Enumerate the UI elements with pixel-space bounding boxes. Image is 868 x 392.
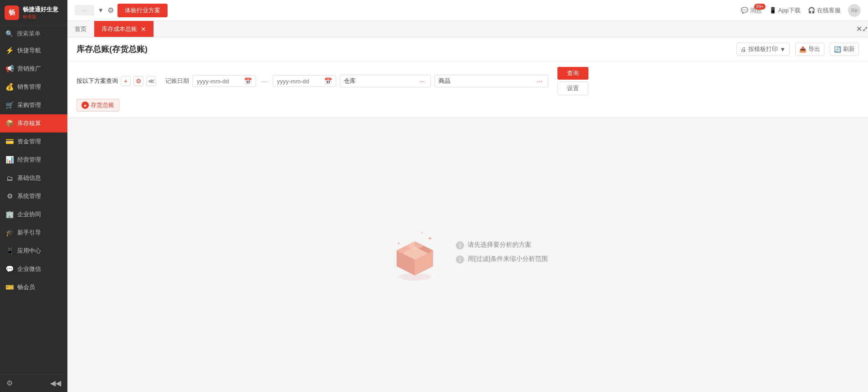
top-bar: ··· ▼ ⚙ 体验行业方案 💬 消息 99+ 📱 App下载 🎧 在线客服 R… (67, 0, 868, 21)
step2-text: 用[过滤]条件来缩小分析范围 (468, 255, 548, 263)
app-center-icon: 📱 (5, 247, 14, 255)
print-icon: 🖨 (740, 46, 746, 53)
refresh-btn[interactable]: 🔄 刷新 (830, 43, 859, 56)
top-bar-right: 💬 消息 99+ 📱 App下载 🎧 在线客服 Rit (741, 4, 861, 17)
sidebar-item-finance[interactable]: 💳 资金管理 (0, 132, 67, 151)
sidebar-collapse-icon[interactable]: ◀◀ (50, 379, 61, 387)
filter-scheme: 按以下方案查询 + ⚙ ≪ (77, 76, 156, 86)
sidebar-item-app-center[interactable]: 📱 应用中心 (0, 242, 67, 260)
online-support-action[interactable]: 🎧 在线客服 (808, 6, 841, 15)
main-area: ··· ▼ ⚙ 体验行业方案 💬 消息 99+ 📱 App下载 🎧 在线客服 R… (67, 0, 868, 392)
member-icon: 🎫 (5, 283, 14, 291)
date-to-input[interactable] (277, 78, 322, 85)
warehouse-select[interactable]: 仓库 ··· (340, 75, 431, 87)
sidebar-item-member[interactable]: 🎫 畅会员 (0, 278, 67, 296)
sidebar-item-purchase[interactable]: 🛒 采购管理 (0, 96, 67, 114)
print-dropdown-icon[interactable]: ▼ (780, 46, 786, 53)
scheme-label: 按以下方案查询 (77, 77, 118, 85)
system-icon: ⚙ (5, 192, 14, 200)
sidebar-item-sales[interactable]: 💰 销售管理 (0, 78, 67, 96)
query-btn[interactable]: 查询 (557, 67, 588, 80)
empty-step2: 2 用[过滤]条件来缩小分析范围 (456, 255, 548, 264)
warehouse-label: 仓库 (344, 77, 418, 85)
sidebar-nav: ⚡ 快捷导航 📢 营销推广 💰 销售管理 🛒 采购管理 📦 库存核算 💳 资金管… (0, 41, 67, 374)
page-title: 库存总账(存货总账) (77, 44, 148, 55)
dropdown-icon[interactable]: ▼ (98, 7, 104, 14)
sidebar-logo: 畅 畅捷通好生意 标准版 (0, 0, 67, 26)
tab-bar: 首页 库存成本总账 ✕ ✕ ⤢ (67, 21, 868, 37)
messages-action[interactable]: 💬 消息 99+ (741, 6, 762, 15)
finance-icon: 💳 (5, 137, 14, 146)
tab-inventory-ledger[interactable]: 库存成本总账 ✕ (94, 21, 154, 37)
basic-info-icon: 🗂 (5, 174, 14, 182)
warehouse-more-btn[interactable]: ··· (418, 77, 427, 85)
scheme-item[interactable]: ● 存货总账 (77, 99, 119, 112)
sidebar-item-basic-info[interactable]: 🗂 基础信息 (0, 169, 67, 187)
sidebar-item-operations[interactable]: 📊 经营管理 (0, 151, 67, 169)
step1-num: 1 (456, 241, 464, 249)
sidebar-item-wechat[interactable]: 💬 企业微信 (0, 260, 67, 278)
user-avatar[interactable]: Rit (848, 4, 861, 17)
export-btn[interactable]: 📤 导出 (795, 43, 824, 56)
date-separator: — (260, 78, 269, 85)
add-scheme-btn[interactable]: + (121, 76, 131, 86)
empty-state: ✦ ✦ ✦ 1 请先选择要分析的方案 2 用[过滤]条件来缩小分析范围 (388, 228, 548, 282)
product-more-btn[interactable]: ··· (535, 77, 544, 85)
search-icon: 🔍 (5, 30, 13, 37)
calendar-from-icon[interactable]: 📅 (244, 77, 252, 85)
newbie-icon: 🎓 (5, 229, 14, 237)
filter-inputs: 记账日期 📅 — 📅 仓库 ··· 商品 ··· (165, 67, 859, 95)
print-btn[interactable]: 🖨 按模板打印 ▼ (736, 43, 790, 56)
sidebar-footer: ⚙ ◀◀ (0, 374, 67, 392)
enterprise-icon: 🏢 (5, 210, 14, 219)
empty-step1: 1 请先选择要分析的方案 (456, 241, 548, 249)
tab-home[interactable]: 首页 (67, 21, 94, 37)
app-download-action[interactable]: 📱 App下载 (769, 6, 801, 15)
sidebar-settings-icon[interactable]: ⚙ (6, 379, 13, 387)
page-header-actions: 🖨 按模板打印 ▼ 📤 导出 🔄 刷新 (736, 43, 859, 56)
page-header: 库存总账(存货总账) 🖨 按模板打印 ▼ 📤 导出 🔄 刷新 (67, 37, 868, 61)
svg-text:✦: ✦ (397, 241, 400, 246)
sidebar-search[interactable]: 🔍 搜索菜单 (0, 26, 67, 41)
sidebar-item-inventory[interactable]: 📦 库存核算 (0, 114, 67, 132)
svg-text:✦: ✦ (420, 231, 424, 235)
date-label: 记账日期 (165, 77, 189, 85)
wechat-icon: 💬 (5, 265, 14, 273)
sidebar: 畅 畅捷通好生意 标准版 🔍 搜索菜单 ⚡ 快捷导航 📢 营销推广 💰 销售管理… (0, 0, 67, 392)
product-select[interactable]: 商品 ··· (434, 75, 548, 87)
breadcrumb: ··· (75, 5, 94, 15)
tab-close-icon[interactable]: ✕ (141, 25, 146, 33)
settings-scheme-btn[interactable]: ⚙ (133, 76, 143, 86)
support-icon: 🎧 (808, 7, 815, 14)
collapse-filter-btn[interactable]: ≪ (146, 76, 156, 86)
step2-num: 2 (456, 255, 464, 264)
product-label: 商品 (439, 77, 535, 85)
settings-filter-btn[interactable]: 设置 (557, 81, 588, 95)
empty-illustration: ✦ ✦ ✦ (388, 228, 442, 282)
filter-area: 按以下方案查询 + ⚙ ≪ 记账日期 📅 — 📅 仓库 (67, 61, 868, 117)
scheme-item-label: 存货总账 (91, 101, 114, 109)
message-icon: 💬 (741, 7, 748, 14)
topbar-settings-icon[interactable]: ⚙ (107, 6, 114, 15)
industry-btn[interactable]: 体验行业方案 (117, 4, 168, 17)
export-icon: 📤 (799, 46, 807, 53)
app-name: 畅捷通好生意 标准版 (23, 6, 58, 20)
calendar-to-icon[interactable]: 📅 (324, 77, 332, 85)
scheme-dot: ● (82, 102, 89, 109)
sidebar-item-quick-nav[interactable]: ⚡ 快捷导航 (0, 41, 67, 60)
quick-nav-icon: ⚡ (5, 46, 14, 55)
inventory-icon: 📦 (5, 119, 14, 127)
sidebar-item-newbie[interactable]: 🎓 新手引导 (0, 224, 67, 242)
sidebar-item-enterprise[interactable]: 🏢 企业协同 (0, 205, 67, 224)
app-logo-icon: 畅 (5, 5, 19, 20)
date-from-wrap: 📅 (193, 75, 256, 87)
sidebar-item-system[interactable]: ⚙ 系统管理 (0, 187, 67, 205)
panel-close-button[interactable]: ✕ (856, 25, 862, 33)
panel-resize-button[interactable]: ⤢ (862, 25, 868, 33)
date-from-input[interactable] (197, 78, 242, 85)
sidebar-item-marketing[interactable]: 📢 营销推广 (0, 60, 67, 78)
filter-action-btns: 查询 设置 (557, 67, 588, 95)
empty-text: 1 请先选择要分析的方案 2 用[过滤]条件来缩小分析范围 (456, 241, 548, 269)
scheme-items-row: ● 存货总账 (77, 95, 859, 112)
refresh-icon: 🔄 (834, 46, 841, 53)
